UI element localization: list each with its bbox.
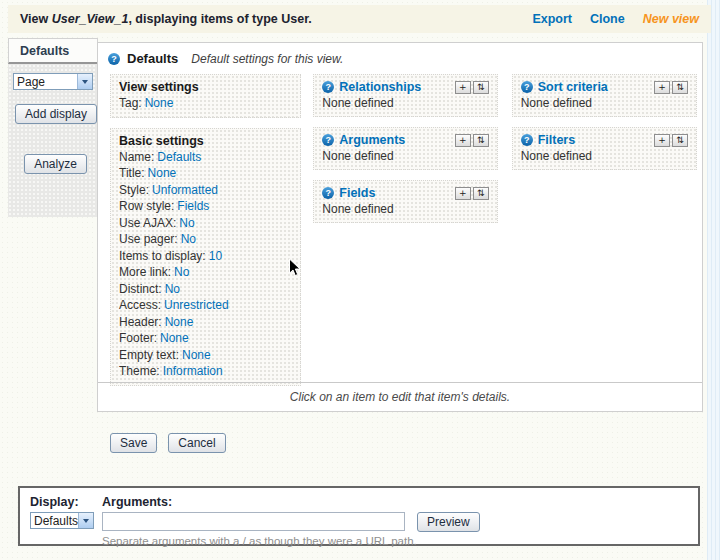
page-edge-pattern bbox=[707, 0, 720, 560]
tag-value-link[interactable]: None bbox=[145, 96, 174, 110]
setting-row: Style:Unformatted bbox=[119, 182, 292, 199]
title-value-link[interactable]: None bbox=[148, 166, 177, 180]
empty-text-value-link[interactable]: None bbox=[182, 348, 211, 362]
panel-heading: Defaults bbox=[127, 51, 178, 66]
view-title-prefix: View bbox=[20, 12, 52, 26]
filters-box: ? Filters + ⇅ None defined bbox=[512, 127, 697, 170]
setting-row: Row style:Fields bbox=[119, 198, 292, 215]
clone-link[interactable]: Clone bbox=[590, 12, 625, 26]
row-style-value-link[interactable]: Fields bbox=[177, 199, 209, 213]
arguments-input[interactable] bbox=[102, 512, 405, 531]
use-ajax-value-link[interactable]: No bbox=[179, 216, 194, 230]
setting-row: Title:None bbox=[119, 165, 292, 182]
distinct-value-link[interactable]: No bbox=[165, 282, 180, 296]
relationships-title-link[interactable]: Relationships bbox=[339, 79, 421, 95]
view-name: User_View_1 bbox=[52, 12, 129, 26]
new-view-link[interactable]: New view bbox=[643, 12, 699, 26]
items-to-display-value-link[interactable]: 10 bbox=[209, 249, 222, 263]
help-icon[interactable]: ? bbox=[108, 53, 120, 65]
panel-header: ? Defaults Default settings for this vie… bbox=[98, 43, 702, 72]
setting-label: Name: bbox=[119, 150, 154, 164]
add-display-button[interactable]: Add display bbox=[15, 104, 97, 124]
setting-row: Empty text:None bbox=[119, 347, 292, 364]
setting-label: Title: bbox=[119, 166, 145, 180]
setting-label: Distinct: bbox=[119, 282, 162, 296]
display-settings-panel: ? Defaults Default settings for this vie… bbox=[97, 42, 703, 412]
use-pager-value-link[interactable]: No bbox=[181, 232, 196, 246]
preview-display-value: Defaults bbox=[31, 514, 78, 528]
name-value-link[interactable]: Defaults bbox=[157, 150, 201, 164]
more-link-value-link[interactable]: No bbox=[174, 265, 189, 279]
footer-value-link[interactable]: None bbox=[160, 331, 189, 345]
live-preview-panel: Display: Defaults Arguments: Preview Sep… bbox=[18, 486, 700, 546]
header-value-link[interactable]: None bbox=[165, 315, 194, 329]
tab-defaults[interactable]: Defaults bbox=[8, 38, 98, 64]
arguments-empty-text: None defined bbox=[322, 148, 488, 164]
sort-criteria-title-link[interactable]: Sort criteria bbox=[538, 79, 608, 95]
add-sort-button[interactable]: + bbox=[654, 81, 670, 94]
theme-value-link[interactable]: Information bbox=[163, 364, 223, 378]
arguments-title-link[interactable]: Arguments bbox=[339, 132, 405, 148]
basic-settings-title: Basic settings bbox=[119, 133, 292, 149]
setting-label: Footer: bbox=[119, 331, 157, 345]
arguments-help-text: Separate arguments with a / as though th… bbox=[102, 535, 688, 547]
rearrange-relationships-button[interactable]: ⇅ bbox=[473, 81, 489, 94]
view-header-links: Export Clone New view bbox=[532, 12, 699, 26]
help-icon[interactable]: ? bbox=[322, 187, 334, 199]
help-icon[interactable]: ? bbox=[521, 81, 533, 93]
add-relationship-button[interactable]: + bbox=[455, 81, 471, 94]
panel-note: Default settings for this view. bbox=[191, 52, 343, 66]
cancel-button[interactable]: Cancel bbox=[168, 433, 225, 453]
rearrange-arguments-button[interactable]: ⇅ bbox=[473, 134, 489, 147]
sort-criteria-empty-text: None defined bbox=[521, 95, 688, 111]
add-filter-button[interactable]: + bbox=[654, 134, 670, 147]
rearrange-sorts-button[interactable]: ⇅ bbox=[672, 81, 688, 94]
column-middle: ? Relationships + ⇅ None defined ? Argum… bbox=[313, 74, 497, 396]
fields-title-link[interactable]: Fields bbox=[339, 185, 375, 201]
display-controls-panel: Page Add display Analyze bbox=[8, 64, 98, 217]
form-actions: Save Cancel bbox=[110, 433, 226, 453]
setting-label: More link: bbox=[119, 265, 171, 279]
help-icon[interactable]: ? bbox=[521, 134, 533, 146]
help-icon[interactable]: ? bbox=[322, 81, 334, 93]
sort-criteria-box: ? Sort criteria + ⇅ None defined bbox=[512, 74, 697, 117]
column-right: ? Sort criteria + ⇅ None defined ? Filte… bbox=[512, 74, 697, 396]
analyze-button[interactable]: Analyze bbox=[24, 154, 87, 174]
preview-button[interactable]: Preview bbox=[417, 512, 480, 532]
setting-row: Access:Unrestricted bbox=[119, 297, 292, 314]
setting-label: Empty text: bbox=[119, 348, 179, 362]
dropdown-arrow-icon bbox=[78, 513, 93, 528]
setting-row: Name:Defaults bbox=[119, 149, 292, 166]
relationships-empty-text: None defined bbox=[322, 95, 488, 111]
setting-label: Theme: bbox=[119, 364, 160, 378]
rearrange-fields-button[interactable]: ⇅ bbox=[473, 187, 489, 200]
access-value-link[interactable]: Unrestricted bbox=[164, 298, 229, 312]
views-ui-page: View User_View_1, displaying items of ty… bbox=[0, 0, 720, 560]
style-value-link[interactable]: Unformatted bbox=[152, 183, 218, 197]
setting-row: Items to display:10 bbox=[119, 248, 292, 265]
filters-title-link[interactable]: Filters bbox=[538, 132, 576, 148]
add-field-button[interactable]: + bbox=[455, 187, 471, 200]
help-icon[interactable]: ? bbox=[322, 134, 334, 146]
view-settings-title: View settings bbox=[119, 79, 292, 95]
export-link[interactable]: Export bbox=[532, 12, 572, 26]
add-argument-button[interactable]: + bbox=[455, 134, 471, 147]
save-button[interactable]: Save bbox=[110, 433, 157, 453]
fields-box: ? Fields + ⇅ None defined bbox=[313, 180, 497, 223]
basic-settings-box: Basic settings Name:Defaults Title:None … bbox=[110, 128, 301, 386]
setting-row: More link:No bbox=[119, 264, 292, 281]
setting-label: Use AJAX: bbox=[119, 216, 176, 230]
setting-label: Access: bbox=[119, 298, 161, 312]
setting-row: Use pager:No bbox=[119, 231, 292, 248]
filters-empty-text: None defined bbox=[521, 148, 688, 164]
view-header-bar: View User_View_1, displaying items of ty… bbox=[8, 5, 711, 33]
rearrange-filters-button[interactable]: ⇅ bbox=[672, 134, 688, 147]
dropdown-arrow-icon bbox=[77, 74, 92, 89]
setting-label: Items to display: bbox=[119, 249, 206, 263]
preview-arguments-column: Arguments: Preview Separate arguments wi… bbox=[102, 495, 688, 544]
view-title-suffix: , displaying items of type User. bbox=[128, 12, 311, 26]
setting-row: Theme:Information bbox=[119, 363, 292, 380]
display-type-select[interactable]: Page bbox=[13, 73, 93, 90]
preview-display-select[interactable]: Defaults bbox=[30, 512, 94, 529]
view-title: View User_View_1, displaying items of ty… bbox=[20, 12, 312, 26]
